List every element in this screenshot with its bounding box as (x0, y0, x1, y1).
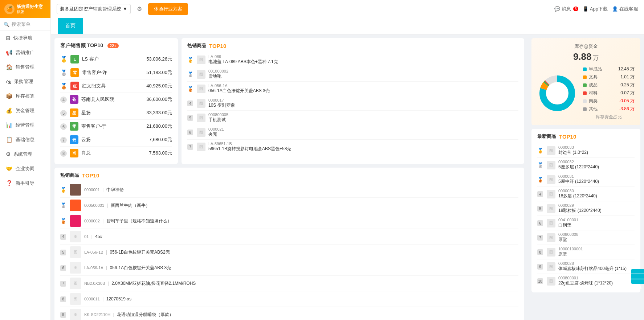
trial-button[interactable]: 体验行业方案 (148, 3, 188, 15)
rank-medal: 🥈 (537, 162, 544, 168)
legend-value: 0.07 万 (620, 90, 635, 96)
customer-avatar: 零 (70, 122, 78, 131)
rank-medal: 🥉 (537, 177, 544, 182)
rank-medal: 6 (60, 264, 67, 271)
product-placeholder: 图 (547, 190, 555, 198)
product-code: 0000002 (84, 219, 100, 223)
service-icon: 👤 (612, 6, 618, 12)
legend-label: 文具 (589, 74, 618, 80)
float-btn-service[interactable]: 客服热线 (631, 269, 644, 274)
system-title-dropdown[interactable]: 装备及固定资产辅助管理系统 ▼ (57, 4, 131, 14)
sidebar-item-operations[interactable]: 📊 经营管理 (0, 118, 50, 132)
rank-medal: 9 (537, 263, 544, 270)
product-img (70, 215, 81, 227)
hot-product-bottom-row: 7 图 NB2.0X30B | 2.0X30MM双搓花轴,搓花直径2.1MM/R… (60, 276, 518, 291)
legend-dot (583, 67, 587, 71)
product-name: 12070519-xs (106, 296, 131, 301)
quicknav-icon: ⊞ (6, 35, 11, 41)
message-button[interactable]: 💬 消息 6 (554, 6, 578, 12)
product-code: LA-056-1A (208, 83, 518, 88)
product-name: 新西兰牛肉（新牛） (111, 203, 150, 208)
hot-products-right-title: 热销商品 TOP10 (187, 42, 518, 49)
product-name: 056-1A白色按键开关盖ABS 3壳 (110, 265, 171, 270)
product-code: 0000001 (84, 188, 100, 192)
legend-label: 肉类 (589, 98, 617, 104)
product-info: 0000011 | 12070519-xs (84, 296, 518, 301)
hot-product-bottom-row: 4 图 01 | 45# (60, 229, 518, 245)
customer-name: 红太阳文具 (82, 83, 143, 89)
customer-amount: 51,183.00元 (146, 69, 172, 76)
purchase-icon: 🛍 (6, 79, 11, 85)
float-btn-live[interactable]: 直播 (631, 279, 644, 284)
collab-icon: 🤝 (6, 165, 13, 172)
sidebar-item-quicknav[interactable]: ⊞ 快捷导航 (0, 31, 50, 45)
finance-icon: 💰 (6, 107, 13, 114)
rank-medal: 8 (60, 150, 67, 157)
sidebar-item-marketing[interactable]: 📢 营销推广 (0, 45, 50, 60)
rank-medal: 9 (60, 311, 67, 318)
product-placeholder: 图 (547, 204, 555, 213)
product-name: 中华神箭 (106, 187, 124, 192)
topbar-right-actions: 💬 消息 6 📱 App下载 👤 在线客服 (554, 6, 638, 12)
product-code: 004100001 (558, 218, 635, 222)
mobile-icon: 📱 (583, 6, 588, 12)
sidebar-item-system[interactable]: ⚙ 系统管理 (0, 147, 50, 161)
rank-medal: 4 (537, 191, 544, 197)
product-code: 01 (84, 234, 89, 239)
latest-products-card: 最新商品 TOP10 🥇 图 0000033 封边带 (1.0*22) 🥈 图 … (531, 129, 640, 292)
product-img: 图 (70, 262, 81, 274)
product-placeholder: 图 (197, 99, 205, 108)
product-code: 001000002 (208, 69, 518, 73)
message-icon: 💬 (554, 6, 560, 12)
rank-medal: 4 (60, 96, 67, 103)
latest-product-row: 9 图 0000028 体碱嘉核味苏打饮品400毫升 (1*15) (537, 259, 635, 274)
sidebar-item-guide[interactable]: ❓ 新手引导 (0, 176, 50, 190)
search-menu[interactable]: 🔍 搜索菜单 (0, 18, 50, 31)
legend-item: 其他 -3.86 万 (583, 106, 635, 112)
online-service-button[interactable]: 👤 在线客服 (612, 6, 638, 12)
legend-label: 其他 (589, 106, 617, 112)
customer-amount: 40,925.00元 (146, 83, 172, 89)
product-placeholder: 图 (547, 248, 555, 257)
product-code: 0000021 (208, 127, 518, 131)
float-btn-community[interactable]: 服务社区 (631, 274, 644, 279)
settings-gear-icon[interactable]: ⚙ (134, 4, 144, 14)
product-name: 10S 变刹罗猴 (208, 102, 518, 108)
hot-product-row: 🥇 图 LA-089 电池盖 LA-089 ABS本色+黑种 7.1克 (187, 53, 518, 67)
legend-value: -3.86 万 (619, 106, 635, 112)
legend-item: 材料 0.07 万 (583, 90, 635, 96)
inventory-donut-chart (537, 73, 577, 113)
rank-medal: 8 (537, 249, 544, 255)
product-code: LA-089 (208, 54, 518, 59)
sidebar-item-inventory[interactable]: 📦 库存核算 (0, 89, 50, 103)
rank-medal: 🥇 (60, 56, 68, 63)
product-name: 2.0X30MM双搓花轴,搓花直径2.1MM/ROHS (111, 281, 196, 286)
hot-products-bottom-card: 热销商品 TOP10 🥇 0000001 | 中华神箭 🥈 000500001 … (54, 168, 524, 320)
search-icon: 🔍 (4, 22, 9, 27)
product-info: LA-056-1B | 056-1B白色按键开关壳ABS2壳 (84, 249, 518, 255)
logo-icon: 🍊 (4, 4, 15, 14)
customer-amount: 7,563.00元 (149, 150, 172, 156)
tab-home[interactable]: 首页 (58, 18, 83, 34)
customer-ranking-row: 4 苍 苍南县人民医院 36,600.00元 (60, 93, 172, 106)
sidebar-item-basic-info[interactable]: 📋 基础信息 (0, 132, 50, 147)
app-download-button[interactable]: 📱 App下载 (583, 6, 608, 12)
sidebar-item-collab[interactable]: 🤝 企业协同 (0, 161, 50, 176)
customer-ranking-card: 客户销售额 TOP10 22+ 🥇 L LS 客户 53,006.26元 🥈 零… (54, 38, 178, 164)
legend-item: 半成品 12.45 万 (583, 66, 635, 72)
customer-amount: 21,680.00元 (146, 123, 172, 130)
inventory-icon: 📦 (6, 93, 13, 99)
rank-medal: 8 (60, 296, 67, 302)
sidebar-item-sales[interactable]: 🏠 销售管理 (0, 60, 50, 74)
customer-name: 零售客户-许 (82, 69, 143, 76)
sidebar-item-purchase[interactable]: 🛍 采购管理 (0, 74, 50, 89)
hot-product-bottom-row: 5 图 LA-056-1B | 056-1B白色按键开关壳ABS2壳 (60, 245, 518, 260)
product-code: LA-056-1B (84, 250, 103, 254)
inventory-card: 库存总资金 9.88 万 (531, 38, 640, 125)
product-info: LA-056-1A | 056-1A白色按键开关盖ABS 3壳 (84, 265, 518, 271)
rank-medal: 🥇 (187, 57, 194, 63)
latest-product-row: 7 图 000800008 原堂 (537, 230, 635, 245)
product-info: LA-056-1A 056-1A白色按键开关盖ABS 3壳 (208, 83, 518, 94)
float-buttons: 客服热线 服务社区 直播 (631, 269, 644, 284)
sidebar-item-finance[interactable]: 💰 资金管理 (0, 103, 50, 118)
